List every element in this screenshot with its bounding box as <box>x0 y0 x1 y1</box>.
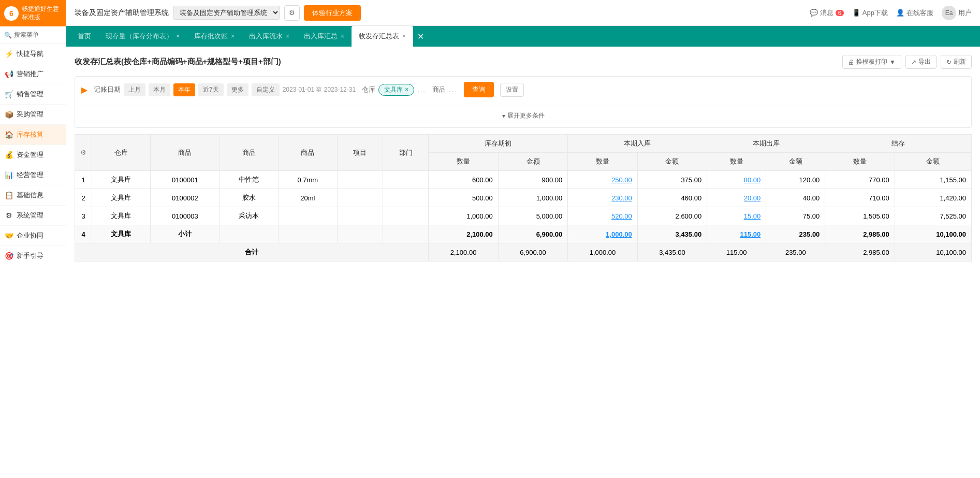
page-title: 收发存汇总表(按仓库+商品编码+商品+规格型号+项目+部门) <box>75 57 281 67</box>
online-service-button[interactable]: 👤 在线客服 <box>896 8 933 18</box>
sub-in-amt: 金额 <box>637 153 707 171</box>
warehouse-tag-close[interactable]: × <box>405 86 408 93</box>
row2-out-qty-link[interactable]: 20.00 <box>744 194 761 202</box>
row3-bal-qty: 1,505.00 <box>825 207 895 225</box>
subtotal-open-qty: 2,100.00 <box>429 225 498 243</box>
subtotal-warehouse: 文具库 <box>92 225 151 243</box>
tab-close-flow[interactable]: × <box>286 33 289 40</box>
export-button[interactable]: ↗ 导出 <box>905 55 937 69</box>
row1-name: 中性笔 <box>220 171 279 189</box>
warehouse-more-btn[interactable]: ... <box>417 86 426 94</box>
topbar-left: 装备及固定资产辅助管理系统 装备及固定资产辅助管理系统 ⚙ 体验行业方案 <box>75 5 361 21</box>
trial-button[interactable]: 体验行业方案 <box>304 5 361 21</box>
date-label: 记账日期 <box>94 85 121 94</box>
tab-summary[interactable]: 出入库汇总 × <box>297 26 352 47</box>
row3-in-qty[interactable]: 520.00 <box>568 207 637 225</box>
tab-close-inventory-dist[interactable]: × <box>176 33 180 40</box>
sidebar-item-system[interactable]: ⚙ 系统管理 <box>0 206 66 226</box>
date-this-month[interactable]: 本月 <box>149 83 170 96</box>
content-area: 收发存汇总表(按仓库+商品编码+商品+规格型号+项目+部门) 🖨 换模板打印 ▼… <box>66 47 980 478</box>
tab-close-collection[interactable]: × <box>402 33 406 40</box>
sidebar-header: 6 畅捷通好生意 标准版 <box>0 0 66 26</box>
row3-in-qty-link[interactable]: 520.00 <box>611 212 632 220</box>
expand-conditions-button[interactable]: ▾ 展开更多条件 <box>498 109 549 122</box>
date-more[interactable]: 更多 <box>227 83 248 96</box>
col-settings-header[interactable]: ⚙ <box>75 135 92 171</box>
tab-collection[interactable]: 收发存汇总表 × <box>352 26 413 47</box>
total-open-amt: 6,900.00 <box>498 243 567 262</box>
date-this-year[interactable]: 本年 <box>173 83 195 96</box>
user-menu[interactable]: Ea 用户 <box>942 6 972 20</box>
expand-row: ▾ 展开更多条件 <box>81 106 965 122</box>
subtotal-empty2 <box>278 225 337 243</box>
subtotal-empty4 <box>383 225 429 243</box>
messages-button[interactable]: 💬 消息 6 <box>810 8 844 18</box>
setting-button[interactable]: 设置 <box>500 83 524 97</box>
subtotal-out-qty-link[interactable]: 115.00 <box>740 230 760 238</box>
query-button[interactable]: 查询 <box>464 82 494 97</box>
row1-spec: 0.7mm <box>278 171 337 189</box>
tab-inventory-dist[interactable]: 现存量（库存分布表） × <box>98 26 187 47</box>
date-custom[interactable]: 自定义 <box>252 83 280 96</box>
total-in-amt: 3,435.00 <box>637 243 707 262</box>
goods-more-btn[interactable]: ... <box>449 86 458 94</box>
sidebar-item-enterprise[interactable]: 🤝 企业协同 <box>0 226 66 246</box>
row2-project <box>337 189 383 207</box>
sidebar-search[interactable]: 🔍 搜索菜单 <box>0 26 66 44</box>
tab-flow[interactable]: 出入库流水 × <box>242 26 297 47</box>
row2-in-qty-link[interactable]: 230.00 <box>611 194 632 202</box>
row1-code: 0100001 <box>150 171 220 189</box>
main-area: 装备及固定资产辅助管理系统 装备及固定资产辅助管理系统 ⚙ 体验行业方案 💬 消… <box>66 0 980 478</box>
subtotal-empty3 <box>337 225 383 243</box>
row2-out-qty[interactable]: 20.00 <box>707 189 766 207</box>
sidebar-item-purchase[interactable]: 📦 采购管理 <box>0 105 66 125</box>
chevron-down-icon: ▾ <box>502 112 505 120</box>
refresh-button[interactable]: ↻ 刷新 <box>941 55 972 69</box>
enterprise-icon: 🤝 <box>4 231 13 240</box>
row1-open-amt: 900.00 <box>498 171 567 189</box>
date-7days[interactable]: 近7天 <box>198 83 224 96</box>
page-title-row: 收发存汇总表(按仓库+商品编码+商品+规格型号+项目+部门) 🖨 换模板打印 ▼… <box>75 55 972 69</box>
basic-info-icon: 📋 <box>4 191 13 200</box>
row1-in-qty[interactable]: 250.00 <box>568 171 637 189</box>
table-settings-icon[interactable]: ⚙ <box>80 149 86 156</box>
filter-arrow[interactable]: ▶ <box>81 85 87 95</box>
tab-batch[interactable]: 库存批次账 × <box>187 26 242 47</box>
tab-home[interactable]: 首页 <box>70 26 98 47</box>
sidebar-item-quick-nav[interactable]: ⚡ 快捷导航 <box>0 44 66 64</box>
row3-out-qty-link[interactable]: 15.00 <box>744 212 761 220</box>
tab-close-all[interactable]: ✕ <box>417 32 424 41</box>
system-select[interactable]: 装备及固定资产辅助管理系统 <box>173 6 280 20</box>
app-download-button[interactable]: 📱 App下载 <box>852 8 888 18</box>
row1-out-qty[interactable]: 80.00 <box>707 171 766 189</box>
warehouse-tag[interactable]: 文具库 × <box>378 84 414 96</box>
row1-out-qty-link[interactable]: 80.00 <box>744 176 761 184</box>
date-filter-group: 记账日期 上月 本月 本年 近7天 更多 自定义 2023-01-01 至 20… <box>94 83 356 96</box>
subtotal-bal-amt: 10,100.00 <box>895 225 971 243</box>
quick-nav-icon: ⚡ <box>4 49 13 59</box>
date-last-month[interactable]: 上月 <box>124 83 145 96</box>
template-print-button[interactable]: 🖨 换模板打印 ▼ <box>842 55 901 69</box>
total-label: 合计 <box>75 243 429 262</box>
row1-in-qty-link[interactable]: 250.00 <box>611 176 632 184</box>
sub-out-amt: 金额 <box>766 153 825 171</box>
sidebar-item-basic-info[interactable]: 📋 基础信息 <box>0 185 66 206</box>
sidebar-item-newbie[interactable]: 🎯 新手引导 <box>0 246 66 266</box>
gear-button[interactable]: ⚙ <box>284 5 300 21</box>
tab-close-summary[interactable]: × <box>341 33 344 40</box>
topbar-right: 💬 消息 6 📱 App下载 👤 在线客服 Ea 用户 <box>810 6 972 20</box>
finance-icon: 💰 <box>4 150 13 160</box>
row3-out-qty[interactable]: 15.00 <box>707 207 766 225</box>
subtotal-in-qty-link[interactable]: 1,000.00 <box>606 230 632 238</box>
subtotal-label: 小计 <box>150 225 220 243</box>
subtotal-open-amt: 6,900.00 <box>498 225 567 243</box>
sidebar-item-operations[interactable]: 📊 经营管理 <box>0 165 66 185</box>
row2-in-qty[interactable]: 230.00 <box>568 189 637 207</box>
sidebar-item-marketing[interactable]: 📢 营销推广 <box>0 64 66 84</box>
sidebar-item-finance[interactable]: 💰 资金管理 <box>0 145 66 165</box>
sub-out-qty: 数量 <box>707 153 766 171</box>
sidebar-item-sales[interactable]: 🛒 销售管理 <box>0 84 66 105</box>
tab-close-batch[interactable]: × <box>231 33 235 40</box>
subtotal-no: 4 <box>75 225 92 243</box>
sidebar-item-inventory[interactable]: 🏠 库存核算 <box>0 125 66 145</box>
